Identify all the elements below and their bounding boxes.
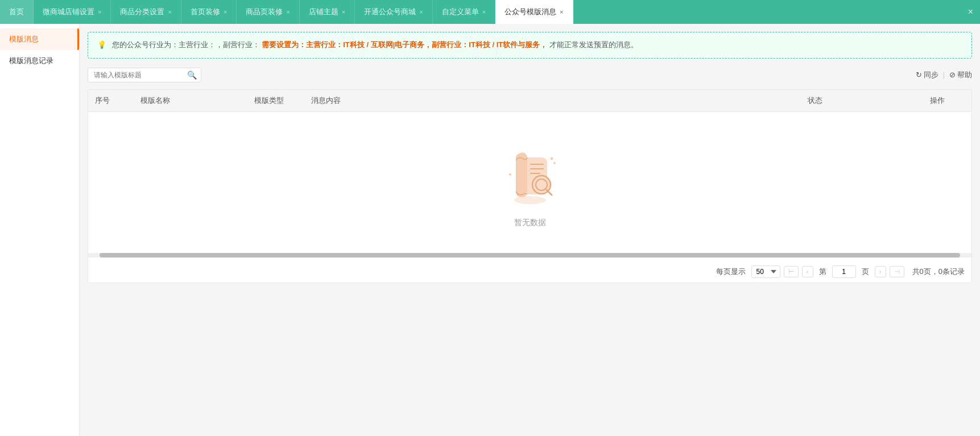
close-tab-2-icon[interactable]: ×	[168, 9, 171, 15]
topbar: 首页微商城店铺设置×商品分类设置×首页装修×商品页装修×店铺主题×开通公众号商城…	[0, 0, 980, 24]
close-tab-7-icon[interactable]: ×	[482, 9, 486, 15]
notice-highlight: 需要设置为：主营行业：IT科技 / 互联网|电子商务，副营行业：IT科技 / I…	[262, 40, 547, 49]
svg-point-9	[509, 173, 511, 176]
sync-icon: ↻	[916, 70, 922, 79]
page-total: 共0页，0条记录	[912, 267, 965, 277]
search-input[interactable]	[88, 68, 201, 82]
topbar-tab-1[interactable]: 微商城店铺设置×	[34, 0, 111, 24]
main-layout: 模版消息模版消息记录 💡 您的公众号行业为：主营行业：，副营行业： 需要设置为：…	[0, 24, 980, 436]
topbar-tab-0[interactable]: 首页	[0, 0, 34, 24]
th-content: 消息内容	[304, 90, 801, 111]
help-button[interactable]: ⊘ 帮助	[949, 70, 972, 80]
divider: |	[943, 70, 945, 79]
bulb-icon: 💡	[97, 39, 106, 51]
search-icon-button[interactable]: 🔍	[187, 70, 197, 80]
empty-text: 暂无数据	[514, 218, 546, 228]
first-page-button[interactable]: ⊢	[784, 266, 799, 277]
pagination: 每页显示 50 10 20 100 ⊢ ‹ 第 页 › ⊣ 共0页，0条记录	[88, 260, 971, 283]
scroll-thumb[interactable]	[100, 253, 960, 258]
data-table: 序号 模版名称 模版类型 消息内容 状态 操作	[88, 89, 972, 283]
topbar-tab-3[interactable]: 首页装修×	[181, 0, 237, 24]
table-header: 序号 模版名称 模版类型 消息内容 状态 操作	[88, 90, 971, 112]
th-type: 模版类型	[247, 90, 304, 111]
horizontal-scrollbar[interactable]	[88, 253, 971, 258]
page-size-select[interactable]: 50 10 20 100	[751, 265, 780, 278]
empty-icon	[499, 146, 561, 209]
topbar-tab-4[interactable]: 商品页装修×	[237, 0, 299, 24]
topbar-tab-7[interactable]: 自定义菜单×	[433, 0, 495, 24]
empty-state: 暂无数据	[88, 112, 971, 251]
sidebar: 模版消息模版消息记录	[0, 24, 80, 436]
sidebar-item-1[interactable]: 模版消息记录	[0, 50, 79, 72]
sync-button[interactable]: ↻ 同步	[916, 70, 938, 80]
search-left: 🔍	[88, 68, 201, 82]
page-label-end: 页	[862, 267, 869, 277]
svg-point-7	[550, 157, 553, 160]
th-action: 操作	[903, 90, 971, 111]
main-content: 💡 您的公众号行业为：主营行业：，副营行业： 需要设置为：主营行业：IT科技 /…	[80, 24, 980, 436]
th-seq: 序号	[88, 90, 134, 111]
search-bar: 🔍 ↻ 同步 | ⊘ 帮助	[88, 68, 972, 82]
th-name: 模版名称	[134, 90, 247, 111]
last-page-button[interactable]: ⊣	[890, 266, 904, 277]
sidebar-item-0[interactable]: 模版消息	[0, 28, 79, 50]
notice-prefix: 您的公众号行业为：主营行业：，副营行业：	[112, 40, 260, 49]
page-input[interactable]	[832, 265, 856, 278]
close-tab-5-icon[interactable]: ×	[342, 9, 345, 15]
close-tab-6-icon[interactable]: ×	[419, 9, 423, 15]
svg-point-0	[514, 196, 546, 204]
close-all-button[interactable]: ×	[968, 7, 973, 17]
help-icon: ⊘	[949, 70, 956, 79]
notice-box: 💡 您的公众号行业为：主营行业：，副营行业： 需要设置为：主营行业：IT科技 /…	[88, 32, 972, 59]
close-tab-3-icon[interactable]: ×	[224, 9, 227, 15]
page-size-label: 每页显示	[716, 267, 746, 277]
topbar-tab-5[interactable]: 店铺主题×	[300, 0, 355, 24]
notice-suffix: 才能正常发送预置的消息。	[549, 40, 638, 49]
th-status: 状态	[801, 90, 903, 111]
topbar-tab-8[interactable]: 公众号模版消息×	[495, 0, 573, 24]
search-right: ↻ 同步 | ⊘ 帮助	[916, 70, 972, 80]
prev-page-button[interactable]: ‹	[802, 266, 813, 277]
search-input-wrap: 🔍	[88, 68, 201, 82]
close-tab-4-icon[interactable]: ×	[286, 9, 290, 15]
next-page-button[interactable]: ›	[875, 266, 886, 277]
topbar-tab-2[interactable]: 商品分类设置×	[111, 0, 181, 24]
topbar-tab-6[interactable]: 开通公众号商城×	[355, 0, 432, 24]
page-label: 第	[819, 267, 826, 277]
sync-label: 同步	[924, 70, 938, 80]
close-tab-1-icon[interactable]: ×	[98, 9, 101, 15]
help-label: 帮助	[957, 70, 972, 80]
close-tab-8-icon[interactable]: ×	[560, 9, 563, 15]
svg-point-8	[553, 162, 556, 164]
